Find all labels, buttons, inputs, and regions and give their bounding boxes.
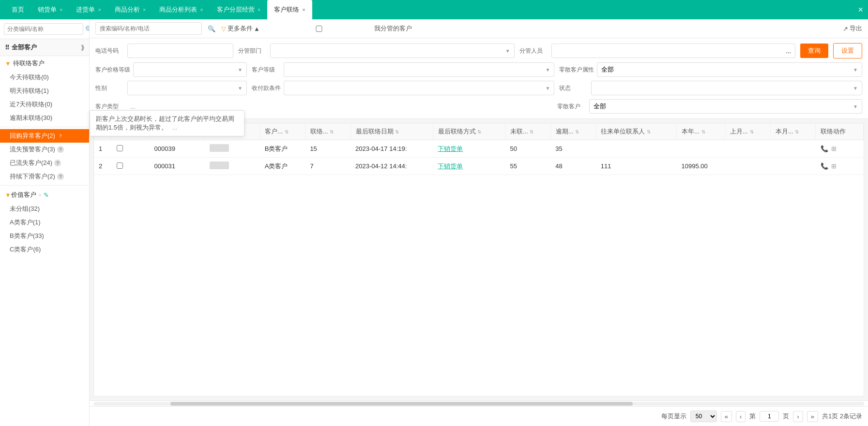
nav-customer-tier[interactable]: 客户分层经营 × (210, 0, 267, 19)
retail-customer-chevron-icon: ▼ (853, 104, 858, 109)
table-row: 1 000039 B类客户 15 2023-04-17 14:19: 下销货单 … (94, 140, 864, 158)
per-page-select[interactable]: 50 20 100 200 (690, 411, 717, 422)
row-last-contact-date: 2023-04-12 14:44: (350, 158, 433, 175)
nav-product-analysis-list[interactable]: 商品分析列表 × (152, 0, 210, 19)
sidebar-item-declining[interactable]: 持续下滑客户(2) ? (0, 170, 89, 183)
export-btn[interactable]: ↗ 导出 (843, 24, 862, 33)
value-group-circle[interactable]: ○ (38, 192, 42, 198)
col-last-contact-date[interactable]: 最后联络日期 ⇅ (350, 123, 433, 140)
tooltip-more[interactable]: ... (172, 124, 177, 131)
sidebar-item-a-class[interactable]: A类客户(1) (0, 216, 89, 229)
horizontal-scrollbar[interactable] (90, 400, 868, 406)
row-settings (128, 158, 150, 175)
row-contact: 15 (305, 140, 350, 158)
row-checkbox[interactable] (117, 145, 123, 151)
customer-search-icon[interactable]: 🔍 (208, 25, 215, 32)
sidebar-item-tomorrow[interactable]: 明天待联络(1) (0, 84, 89, 98)
sidebar-item-lost[interactable]: 已流失客户(24) ? (0, 156, 89, 170)
action-more-icon[interactable]: ⊞ (831, 145, 837, 152)
next-page-btn[interactable]: › (793, 411, 803, 422)
sidebar-item-loss-warning[interactable]: 流失预警客户(3) ? (0, 143, 89, 156)
col-last-month[interactable]: 上月... ⇅ (725, 123, 771, 140)
sidebar-collapse-icon[interactable]: ⟫ (81, 44, 84, 51)
close-product-analysis-list-tab[interactable]: × (200, 7, 203, 13)
sort-contact-icon: ⇅ (330, 129, 334, 134)
action-more-icon[interactable]: ⊞ (831, 162, 837, 170)
close-customer-tier-tab[interactable]: × (258, 7, 260, 13)
col-last-contact-method[interactable]: 最后联络方式 ⇅ (433, 123, 505, 140)
lost-info-icon[interactable]: ? (54, 160, 61, 166)
sidebar-item-today[interactable]: 今天待联络(0) (0, 71, 89, 84)
row-last-contact-method[interactable]: 下销货单 (433, 158, 505, 175)
waiting-group-label[interactable]: ▼ 待联络客户 (0, 56, 89, 71)
all-customers-header[interactable]: ⠿ 全部客户 ⟫ (0, 39, 89, 56)
payment-select[interactable]: ▼ (284, 81, 555, 95)
gender-select[interactable]: ▼ (127, 81, 247, 95)
sidebar-item-7days[interactable]: 近7天待联络(0) (0, 98, 89, 111)
row-name (205, 158, 260, 175)
value-group-edit-icon[interactable]: ✎ (44, 191, 49, 199)
customer-search-input[interactable] (95, 22, 202, 35)
dept-chevron-icon: ▼ (505, 48, 510, 54)
sidebar-search-area: 🔍 (0, 19, 89, 39)
nav-customer-contact[interactable]: 客户联络 × (267, 0, 312, 19)
dept-select[interactable]: ▼ (270, 44, 514, 58)
nav-sales[interactable]: 销货单 × (31, 0, 69, 19)
nav-purchase[interactable]: 进货单 × (69, 0, 107, 19)
repurchase-info-icon[interactable]: ? (57, 132, 64, 139)
value-group-label: 价值客户 (11, 191, 36, 199)
action-phone-icon[interactable]: 📞 (821, 145, 828, 152)
sidebar-item-repurchase[interactable]: 回购异常客户(2) ? (0, 129, 89, 143)
prev-page-btn[interactable]: ‹ (736, 411, 746, 422)
action-phone-icon[interactable]: 📞 (821, 162, 828, 170)
col-this-month[interactable]: 本月... ⇅ (770, 123, 816, 140)
close-all-tabs[interactable]: × (858, 5, 863, 15)
first-page-btn[interactable]: « (721, 411, 732, 422)
retail-attr-select[interactable]: 全部 ▼ (597, 62, 862, 77)
filter-retail-customer-field: 零散客户 全部 ▼ (557, 99, 862, 114)
customer-type-more[interactable]: ... (130, 103, 136, 110)
sidebar-item-ungroup[interactable]: 未分组(32) (0, 202, 89, 216)
nav-product-analysis[interactable]: 商品分析 × (108, 0, 152, 19)
more-conditions-btn[interactable]: ▽ 更多条件 ▲ (221, 24, 260, 33)
waiting-group-text: 待联络客户 (13, 59, 45, 68)
filter-customer-type-field: 客户类型 ... (95, 103, 552, 111)
close-customer-contact-tab[interactable]: × (302, 7, 305, 13)
declining-info-icon[interactable]: ? (57, 173, 64, 180)
sidebar-item-overdue[interactable]: 逾期未联络(30) (0, 111, 89, 125)
close-product-analysis-tab[interactable]: × (143, 7, 146, 13)
close-purchase-tab[interactable]: × (98, 7, 101, 13)
category-search-input[interactable] (4, 23, 83, 35)
col-this-year[interactable]: 本年... ⇅ (677, 123, 725, 140)
sidebar-item-c-class[interactable]: C类客户(6) (0, 243, 89, 256)
col-type[interactable]: 客户... ⇅ (260, 123, 305, 140)
close-sales-tab[interactable]: × (60, 7, 62, 13)
category-search-icon[interactable]: 🔍 (85, 26, 90, 33)
col-unreached[interactable]: 未联... ⇅ (505, 123, 551, 140)
retail-customer-select[interactable]: 全部 ▼ (589, 99, 862, 114)
col-unit-contact[interactable]: 往来单位联系人 ⇅ (596, 123, 677, 140)
price-level-select[interactable]: ▼ (133, 62, 247, 77)
setup-button[interactable]: 设置 (833, 43, 862, 59)
customer-level-select[interactable]: ▼ (284, 62, 555, 77)
row-checkbox[interactable] (117, 162, 123, 169)
scroll-thumb[interactable] (170, 402, 633, 406)
page-number-input[interactable] (760, 411, 779, 422)
price-level-label: 客户价格等级 (95, 66, 130, 74)
phone-input[interactable] (127, 44, 233, 58)
tooltip-box: 距客户上次交易时长，超过了此客户的平均交易周期的1.5倍，则视为异常。 ... (90, 110, 244, 136)
person-dots[interactable]: ... (786, 47, 791, 55)
last-page-btn[interactable]: » (807, 411, 818, 422)
nav-home[interactable]: 首页 (5, 0, 31, 19)
my-customer-checkbox[interactable] (266, 26, 372, 32)
col-contact[interactable]: 联络... ⇅ (305, 123, 350, 140)
row-unit-contact: 111 (596, 158, 677, 175)
loss-info-icon[interactable]: ? (57, 146, 64, 153)
scroll-track (93, 402, 864, 406)
query-button[interactable]: 查询 (800, 44, 828, 58)
person-select[interactable]: ... (551, 44, 795, 58)
col-overdue[interactable]: 逾期... ⇅ (550, 123, 596, 140)
sidebar-item-b-class[interactable]: B类客户(33) (0, 229, 89, 243)
status-select[interactable]: ▼ (591, 81, 862, 95)
row-last-contact-method[interactable]: 下销货单 (433, 140, 505, 158)
